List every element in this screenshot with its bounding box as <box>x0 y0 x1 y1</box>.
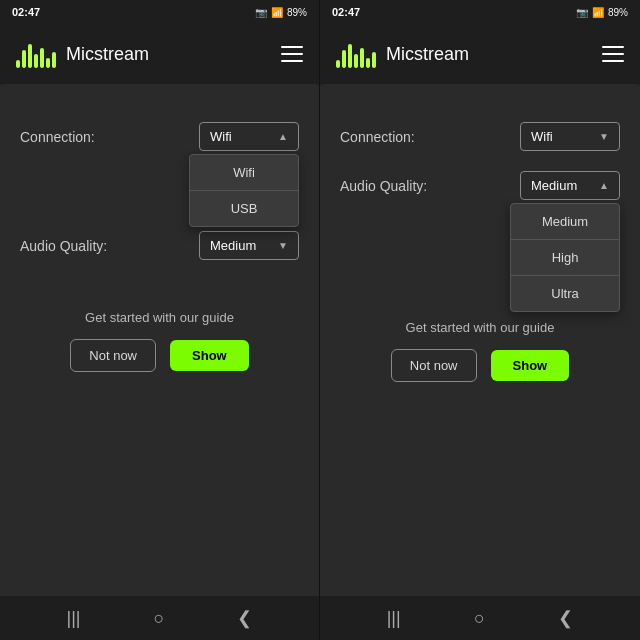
logo-waves-right <box>336 40 376 68</box>
rwave6 <box>366 58 370 68</box>
home-btn-right[interactable]: ○ <box>474 608 485 629</box>
menu-icon-left[interactable] <box>281 46 303 62</box>
header-left: Micstream <box>0 24 319 84</box>
audio-quality-label-right: Audio Quality: <box>340 178 427 194</box>
home-btn-left[interactable]: ○ <box>154 608 165 629</box>
rwave2 <box>342 50 346 68</box>
status-bar-right: 02:47 📷 📶 89% <box>320 0 640 24</box>
audio-quality-row-right: Audio Quality: Medium ▲ Medium High Ultr… <box>340 171 620 200</box>
app-title-left: Micstream <box>66 44 149 65</box>
status-bar-left: 02:47 📷 📶 89% <box>0 0 319 24</box>
connection-option-usb[interactable]: USB <box>190 190 298 226</box>
status-icons-right: 📷 📶 89% <box>576 7 628 18</box>
logo-area-left: Micstream <box>16 40 149 68</box>
content-left: Connection: Wifi ▲ Wifi USB Audio Qualit… <box>0 102 319 596</box>
menu-icon-right[interactable] <box>602 46 624 62</box>
connection-arrow-left: ▲ <box>278 131 288 142</box>
connection-row-right: Connection: Wifi ▼ <box>340 122 620 151</box>
battery-left: 89% <box>287 7 307 18</box>
app-title-right: Micstream <box>386 44 469 65</box>
recent-btn-left[interactable]: ||| <box>67 608 81 629</box>
time-right: 02:47 <box>332 6 360 18</box>
rwave3 <box>348 44 352 68</box>
wave-divider-left <box>0 84 319 102</box>
connection-label-right: Connection: <box>340 129 415 145</box>
wave1 <box>16 60 20 68</box>
rwave4 <box>354 54 358 68</box>
connection-option-wifi[interactable]: Wifi <box>190 155 298 190</box>
left-phone: 02:47 📷 📶 89% Micstream <box>0 0 320 640</box>
wave4 <box>34 54 38 68</box>
connection-selected-right: Wifi <box>531 129 553 144</box>
quality-option-ultra[interactable]: Ultra <box>511 275 619 311</box>
audio-quality-selected-left: Medium <box>210 238 256 253</box>
show-button-right[interactable]: Show <box>491 350 570 381</box>
logo-waves-left <box>16 40 56 68</box>
wave5 <box>40 48 44 68</box>
quality-option-high[interactable]: High <box>511 239 619 275</box>
header-right: Micstream <box>320 24 640 84</box>
content-right: Connection: Wifi ▼ Audio Quality: Medium… <box>320 102 640 596</box>
guide-text-right: Get started with our guide <box>406 320 555 335</box>
wave2 <box>22 50 26 68</box>
not-now-button-left[interactable]: Not now <box>70 339 156 372</box>
audio-quality-row-left: Audio Quality: Medium ▼ <box>20 231 299 260</box>
connection-dropdown-right[interactable]: Wifi ▼ <box>520 122 620 151</box>
camera-icon: 📷 <box>255 7 267 18</box>
nav-bar-left: ||| ○ ❮ <box>0 596 319 640</box>
wave3 <box>28 44 32 68</box>
connection-dropdown-left[interactable]: Wifi ▲ <box>199 122 299 151</box>
connection-selected-left: Wifi <box>210 129 232 144</box>
back-btn-left[interactable]: ❮ <box>237 607 252 629</box>
wifi-icon: 📶 <box>271 7 283 18</box>
guide-section-left: Get started with our guide Not now Show <box>20 310 299 372</box>
audio-quality-arrow-left: ▼ <box>278 240 288 251</box>
right-phone: 02:47 📷 📶 89% Micstream <box>320 0 640 640</box>
recent-btn-right[interactable]: ||| <box>387 608 401 629</box>
connection-row-left: Connection: Wifi ▲ Wifi USB <box>20 122 299 151</box>
logo-area-right: Micstream <box>336 40 469 68</box>
connection-menu-left: Wifi USB <box>189 154 299 227</box>
quality-option-medium[interactable]: Medium <box>511 204 619 239</box>
back-btn-right[interactable]: ❮ <box>558 607 573 629</box>
audio-quality-dropdown-left[interactable]: Medium ▼ <box>199 231 299 260</box>
battery-right: 89% <box>608 7 628 18</box>
rwave7 <box>372 52 376 68</box>
camera-icon-right: 📷 <box>576 7 588 18</box>
guide-text-left: Get started with our guide <box>85 310 234 325</box>
show-button-left[interactable]: Show <box>170 340 249 371</box>
quality-menu-right: Medium High Ultra <box>510 203 620 312</box>
btn-row-right: Not now Show <box>391 349 569 382</box>
guide-section-right: Get started with our guide Not now Show <box>340 320 620 382</box>
rwave1 <box>336 60 340 68</box>
wave-divider-right <box>320 84 640 102</box>
status-icons-left: 📷 📶 89% <box>255 7 307 18</box>
wifi-icon-right: 📶 <box>592 7 604 18</box>
btn-row-left: Not now Show <box>70 339 248 372</box>
audio-quality-label-left: Audio Quality: <box>20 238 107 254</box>
wave6 <box>46 58 50 68</box>
connection-label-left: Connection: <box>20 129 95 145</box>
audio-quality-dropdown-right[interactable]: Medium ▲ <box>520 171 620 200</box>
wave7 <box>52 52 56 68</box>
connection-arrow-right: ▼ <box>599 131 609 142</box>
rwave5 <box>360 48 364 68</box>
nav-bar-right: ||| ○ ❮ <box>320 596 640 640</box>
audio-quality-selected-right: Medium <box>531 178 577 193</box>
time-left: 02:47 <box>12 6 40 18</box>
audio-quality-arrow-right: ▲ <box>599 180 609 191</box>
not-now-button-right[interactable]: Not now <box>391 349 477 382</box>
